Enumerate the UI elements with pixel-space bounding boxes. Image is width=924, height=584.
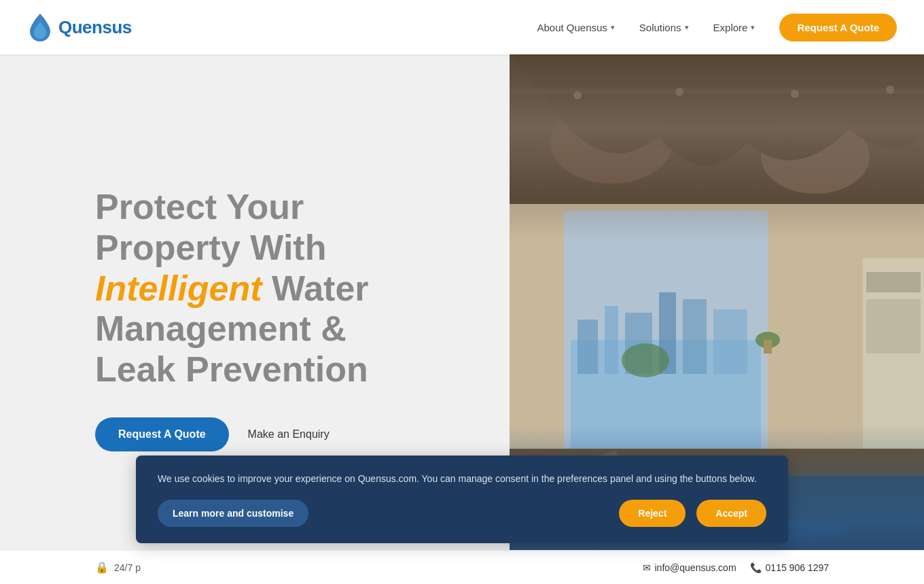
contact-info: ✉ info@quensus.com 📞 0115 906 1297 (643, 562, 830, 573)
email-address: info@quensus.com (655, 562, 736, 573)
svg-point-2 (550, 102, 673, 184)
svg-rect-25 (866, 299, 921, 354)
svg-rect-9 (605, 306, 618, 374)
cookie-banner: We use cookies to improve your experienc… (136, 456, 788, 543)
svg-rect-13 (713, 309, 747, 374)
svg-rect-12 (683, 299, 707, 374)
svg-point-3 (632, 88, 795, 156)
chevron-down-icon: ▾ (751, 23, 755, 32)
svg-rect-8 (578, 320, 598, 374)
logo[interactable]: Quensus (27, 12, 132, 42)
svg-point-14 (622, 343, 669, 377)
hero-title: Protect YourProperty With Intelligent Wa… (95, 187, 469, 390)
email-contact[interactable]: ✉ info@quensus.com (643, 562, 736, 573)
svg-rect-1 (510, 54, 924, 204)
make-enquiry-button[interactable]: Make an Enquiry (248, 428, 330, 441)
phone-icon: 📞 (750, 562, 762, 573)
hero-buttons: Request A Quote Make an Enquiry (95, 417, 469, 451)
header: Quensus About Quensus ▾ Solutions ▾ Expl… (0, 0, 924, 54)
nav-explore[interactable]: Explore ▾ (713, 22, 756, 33)
phone-contact[interactable]: 📞 0115 906 1297 (750, 562, 829, 573)
email-icon: ✉ (643, 562, 651, 573)
hero-highlight: Intelligent (95, 269, 262, 308)
hero-title-line1: Protect YourProperty With (95, 187, 326, 267)
reject-cookies-button[interactable]: Reject (619, 500, 686, 527)
svg-rect-26 (510, 88, 924, 94)
nav-about[interactable]: About Quensus ▾ (537, 22, 614, 33)
chevron-down-icon: ▾ (611, 23, 615, 32)
request-quote-hero-button[interactable]: Request A Quote (95, 417, 229, 451)
svg-point-27 (573, 91, 582, 99)
logo-text: Quensus (58, 17, 132, 38)
availability-text: 24/7 p (114, 562, 141, 573)
svg-rect-16 (764, 340, 772, 354)
request-quote-header-button[interactable]: Request A Quote (779, 14, 897, 41)
nav-solutions[interactable]: Solutions ▾ (639, 22, 689, 33)
svg-point-4 (761, 119, 870, 194)
chevron-down-icon: ▾ (685, 23, 689, 32)
main-nav: About Quensus ▾ Solutions ▾ Explore ▾ Re… (537, 14, 897, 41)
bottom-bar: 🔒 24/7 p ✉ info@quensus.com 📞 0115 906 1… (0, 550, 924, 584)
cookie-actions: Learn more and customise Reject Accept (158, 500, 766, 527)
lock-icon: 🔒 (95, 561, 109, 574)
learn-more-button[interactable]: Learn more and customise (158, 500, 308, 527)
svg-point-29 (791, 90, 799, 98)
svg-point-30 (886, 86, 894, 94)
cookie-message: We use cookies to improve your experienc… (158, 472, 766, 486)
accept-cookies-button[interactable]: Accept (696, 500, 766, 527)
phone-number: 0115 906 1297 (766, 562, 829, 573)
svg-point-28 (675, 88, 683, 96)
svg-rect-24 (866, 272, 921, 292)
